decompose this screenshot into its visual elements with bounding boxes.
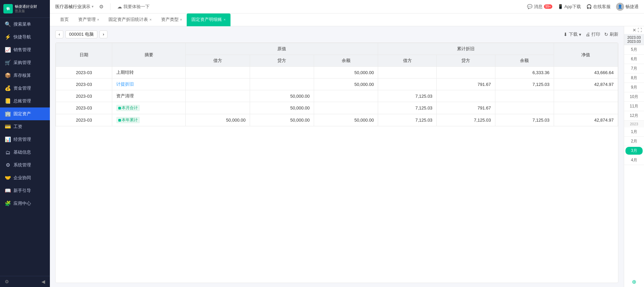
- cell-date: 2023-03: [56, 114, 112, 126]
- sidebar-item-search[interactable]: 🔍 搜索菜单: [0, 18, 50, 31]
- sidebar-item-wage[interactable]: 💳 工资: [0, 120, 50, 133]
- sidebar-item-system[interactable]: ⚙ 系统管理: [0, 159, 50, 171]
- sidebar-apps-icon: 🧩: [5, 200, 11, 206]
- sidebar-item-apps[interactable]: 🧩 应用中心: [0, 197, 50, 210]
- sidebar-item-quicknav[interactable]: ⚡ 快捷导航: [0, 31, 50, 43]
- logo-title: 畅捷通好业财: [15, 4, 37, 9]
- download-btn[interactable]: ⬇ 下载 ▾: [563, 31, 581, 37]
- sidebar-item-coop[interactable]: 🤝 企业协同: [0, 171, 50, 184]
- tab-asset-type-close-icon[interactable]: ×: [180, 18, 182, 22]
- rp-month-item[interactable]: 8月: [624, 73, 644, 83]
- cell-yz-debit: [186, 78, 250, 90]
- download-label: App下载: [564, 4, 581, 10]
- cell-lj-debit: [378, 67, 437, 78]
- user-area[interactable]: 👤 畅捷通: [616, 3, 639, 11]
- experience-btn[interactable]: ☁ 我要体验一下: [117, 4, 150, 10]
- messages-label: 消息: [534, 4, 543, 10]
- sidebar-logo: 畅 畅捷通好业财 普及版: [0, 0, 50, 18]
- cell-lj-credit: 791.67: [437, 102, 495, 114]
- sidebar-item-fixed[interactable]: 🏢 固定资产: [0, 107, 50, 120]
- sidebar: 畅 畅捷通好业财 普及版 🔍 搜索菜单 ⚡ 快捷导航 📈 销售管理 🛒 采购管理…: [0, 0, 50, 287]
- cell-yz-debit: [186, 102, 250, 114]
- tab-asset-detail[interactable]: 固定资产明细账 ×: [187, 13, 230, 26]
- tab-home[interactable]: 首页: [55, 13, 73, 26]
- rp-month-item[interactable]: 11月: [624, 102, 644, 111]
- sidebar-ledger-label: 总账管理: [13, 98, 31, 104]
- topbar-divider: [110, 3, 111, 10]
- tab-asset-mgmt-label: 资产管理: [78, 17, 96, 23]
- sidebar-quicknav-icon: ⚡: [5, 34, 11, 40]
- cell-lj-debit: 7,125.03: [378, 114, 437, 126]
- sidebar-item-operations[interactable]: 📊 经营管理: [0, 133, 50, 146]
- sidebar-item-purchase[interactable]: 🛒 采购管理: [0, 56, 50, 69]
- rp-year-label: 2023: [624, 121, 644, 127]
- tab-asset-mgmt[interactable]: 资产管理 ×: [73, 13, 104, 26]
- tab-asset-detail-close-icon[interactable]: ×: [223, 18, 225, 22]
- sidebar-item-fund[interactable]: 💰 资金管理: [0, 82, 50, 95]
- rp-month-item[interactable]: 12月: [624, 111, 644, 121]
- sidebar-search-icon: 🔍: [5, 21, 11, 27]
- sidebar-item-sales[interactable]: 📈 销售管理: [0, 43, 50, 56]
- table-row: 2023-03 资产清理 50,000.00 7,125.03: [56, 90, 618, 102]
- cell-summary: 上期结转: [112, 67, 186, 78]
- rp-month-item[interactable]: 1月: [624, 127, 644, 137]
- rp-month-item[interactable]: 5月: [624, 45, 644, 55]
- messages-btn[interactable]: 💬 消息 99: [527, 4, 552, 10]
- rp-months-list: 5月6月7月8月9月10月11月12月20231月2月3月4月: [624, 45, 644, 277]
- cell-yz-credit: [250, 67, 314, 78]
- sidebar-apps-label: 应用中心: [13, 200, 31, 206]
- sidebar-item-inventory[interactable]: 📦 库存核算: [0, 69, 50, 82]
- nav-prev-btn[interactable]: ‹: [55, 30, 63, 38]
- expand-panel-icon[interactable]: ⛶: [638, 28, 642, 33]
- company-settings-icon[interactable]: ⚙: [99, 4, 103, 10]
- panel-actions: ⬇ 下载 ▾ 🖨 打印 ↻ 刷新: [563, 31, 618, 37]
- tab-depreciation-stats[interactable]: 固定资产折旧统计表 ×: [104, 13, 156, 26]
- settings-icon[interactable]: ⚙: [5, 279, 9, 284]
- cell-lj-credit: [437, 90, 495, 102]
- cell-net-value: [554, 90, 618, 102]
- logo-text-area: 畅捷通好业财 普及版: [15, 4, 37, 13]
- table-row: 2023-03 上期结转 50,000.00 6,333.36 43,666.6…: [56, 67, 618, 78]
- close-panel-icon[interactable]: ✕: [633, 28, 636, 33]
- service-btn[interactable]: 🎧 在线客服: [586, 4, 611, 10]
- refresh-label: 刷新: [610, 31, 618, 37]
- cell-yz-credit: 50,000.00: [250, 90, 314, 102]
- cell-lj-debit: 7,125.03: [378, 102, 437, 114]
- summary-link[interactable]: 计提折旧: [116, 82, 134, 87]
- tab-depreciation-stats-close-icon[interactable]: ×: [149, 18, 151, 22]
- refresh-btn[interactable]: ↻ 刷新: [604, 31, 618, 37]
- rp-month-item[interactable]: 10月: [624, 92, 644, 102]
- rp-month-item[interactable]: 9月: [624, 83, 644, 92]
- sidebar-footer: ⚙ ◀: [0, 276, 50, 287]
- company-selector[interactable]: 医疗器械行业演示 ▾: [55, 4, 94, 10]
- collapse-icon[interactable]: ◀: [41, 279, 45, 284]
- tab-asset-type[interactable]: 资产类型 ×: [156, 13, 187, 26]
- cell-lj-credit: [437, 67, 495, 78]
- th-lj-debit: 借方: [378, 55, 437, 67]
- table-row: 2023-03 本月合计 50,000.00 7,125.03 791.67: [56, 102, 618, 114]
- rp-month-item[interactable]: 6月: [624, 55, 644, 64]
- th-lj-balance: 余额: [495, 55, 554, 67]
- rp-month-item[interactable]: 7月: [624, 64, 644, 73]
- print-icon: 🖨: [585, 32, 590, 37]
- print-btn[interactable]: 🖨 打印: [585, 31, 600, 37]
- nav-next-btn[interactable]: ›: [99, 30, 108, 38]
- cell-lj-credit: 791.67: [437, 78, 495, 90]
- rp-month-item[interactable]: 2月: [624, 137, 644, 146]
- download-action-icon: ⬇: [563, 32, 568, 37]
- cell-yz-debit: [186, 90, 250, 102]
- rp-scroll-down-icon[interactable]: ⊕: [624, 277, 644, 287]
- user-avatar: 👤: [616, 3, 624, 11]
- topbar-right: 💬 消息 99 📱 App下载 🎧 在线客服 👤 畅捷通: [527, 3, 639, 11]
- sidebar-item-basic[interactable]: 🗂 基础信息: [0, 146, 50, 159]
- sidebar-item-ledger[interactable]: 📒 总账管理: [0, 95, 50, 107]
- sidebar-item-guide[interactable]: 📖 新手引导: [0, 184, 50, 197]
- cell-yz-debit: 50,000.00: [186, 114, 250, 126]
- sidebar-operations-label: 经营管理: [13, 136, 31, 142]
- asset-code-tag: 000001 电脑: [65, 30, 97, 38]
- tab-asset-mgmt-close-icon[interactable]: ×: [97, 18, 99, 22]
- rp-month-item[interactable]: 3月: [625, 147, 643, 155]
- sidebar-coop-icon: 🤝: [5, 175, 11, 181]
- rp-month-item[interactable]: 4月: [624, 156, 644, 165]
- download-btn[interactable]: 📱 App下载: [558, 4, 581, 10]
